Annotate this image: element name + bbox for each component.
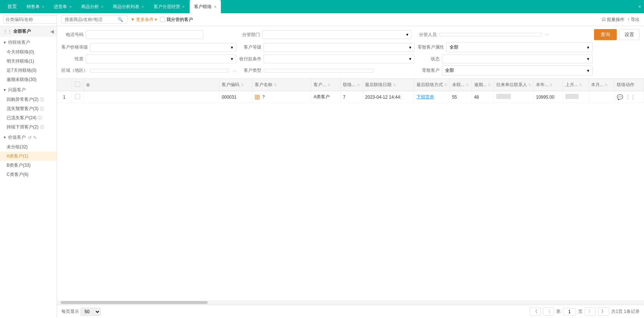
home-tab[interactable]: 首页 [3,3,21,10]
my-customers-checkbox[interactable]: 我分管的客户 [160,17,193,23]
row-checkbox[interactable] [72,91,83,103]
retail-attr-select[interactable]: 全部 ▾ [446,42,593,52]
sidebar-item-churn-warning[interactable]: 流失预警客户(3) ⓘ [0,104,57,113]
dept-select[interactable]: ▾ [262,30,411,39]
customer-type-select[interactable] [264,69,374,73]
col-header-uncontact[interactable]: 未联... ⇅ [450,79,472,91]
batch-ops-button[interactable]: ☑ 批量操作 [602,17,625,23]
col-header-date[interactable]: 最后联络日期 ⇅ [363,79,414,91]
select-all-checkbox[interactable] [75,82,80,87]
sidebar-search-input[interactable] [3,15,57,24]
value-refresh-icon[interactable]: ↺ [28,135,32,140]
tab-product-analysis-list[interactable]: 商品分析列表 × [108,0,148,13]
col-header-type[interactable]: 客户... ⇅ [311,79,341,91]
horizontal-scrollbar[interactable] [57,300,644,305]
region-select[interactable] [90,69,229,73]
my-customers-check-icon[interactable] [160,17,165,22]
col-header-method[interactable]: 最后联络方式 ⇅ [414,79,450,91]
problem-customer-title[interactable]: ▼ 问题客户 [0,85,57,95]
sidebar-item-churned[interactable]: 已流失客户(24) ⓘ [0,113,57,123]
table-gear-icon[interactable]: ⚙ [86,82,90,88]
col-header-overdue[interactable]: 逾期... ⇅ [472,79,494,91]
first-page-button[interactable]: 《 [530,307,541,316]
close-contact-tab[interactable]: × [214,4,216,9]
row-last-method[interactable]: 下销货单 [414,91,450,103]
phone-input[interactable] [86,30,203,39]
sidebar-item-class-a[interactable]: A类客户(1) [0,152,57,161]
sidebar-item-class-c[interactable]: C类客户(6) [0,170,57,179]
col-header-last-month[interactable]: 上月... ⇅ [563,79,589,91]
next-page-button[interactable]: 〉 [585,307,596,316]
more-filter-button[interactable]: ▼ 更多条件 ▾ [130,17,157,23]
col-header-company[interactable]: 往来单位联系人 ⇅ [494,79,533,91]
staff-more-icon[interactable]: ··· [545,32,549,37]
close-all-button[interactable]: × [638,4,641,9]
table-area: ⚙ 客户编码 ⇅ 客户名称 ⇅ 客户... ⇅ [57,79,644,300]
sidebar-item-abnormal-repurchase[interactable]: 回购异常客户(2) ⓘ [0,95,57,104]
filter-row-2: 客户价格等级 ▾ 客户等级 ▾ 零散客户属性 全部 [61,42,640,52]
tab-product-analysis[interactable]: 商品分析 × [77,0,108,13]
payment-label: 收付款条件 [239,56,261,62]
tab-sales-order[interactable]: 销售单 × [22,0,49,13]
col-header-name[interactable]: 客户名称 ⇅ [253,79,311,91]
row-name: ？ [253,91,311,103]
row-check-icon[interactable] [75,94,80,99]
sidebar-all-customers[interactable]: ⋮⋮ 全部客户 ◀ [0,26,57,37]
customer-level-select[interactable]: ▾ [264,43,414,52]
tab-customer-segmentation[interactable]: 客户分层经营 × [149,0,189,13]
region-more-icon[interactable]: ··· [233,68,236,73]
query-button[interactable]: 查询 [594,29,617,40]
search-icon[interactable]: 🔍 [118,17,123,22]
chat-action-icon[interactable]: 💬 [617,94,623,100]
value-edit-icon[interactable]: ✎ [33,135,37,140]
settings-button[interactable]: 设置 [619,29,640,40]
sidebar-collapse-icon[interactable]: ◀ [50,29,54,34]
prev-page-button[interactable]: 〈 [543,307,554,316]
close-purchase-tab[interactable]: × [69,4,71,9]
retail-attr-label: 零散客户属性 [418,44,444,50]
sort-name-icon: ⇅ [274,83,277,87]
tab-purchase-order[interactable]: 进货单 × [49,0,76,13]
sidebar-item-7days[interactable]: 近7天待联络(0) [0,66,57,75]
pending-contact-title[interactable]: ▼ 待联络客户 [0,38,57,47]
filter-status: 状态 ▾ [418,54,593,63]
main-layout: 🔍 ⋮⋮ 全部客户 ◀ ▼ 待联络客户 今天待联络(0) 明天待联络(1) 近7… [0,13,644,318]
close-product-analysis-tab[interactable]: × [101,4,103,9]
staff-select[interactable] [439,33,542,36]
last-page-button[interactable]: 》 [598,307,609,316]
col-header-contact[interactable]: 联络... ⇅ [341,79,363,91]
payment-select[interactable]: ▾ [264,54,414,63]
col-header-code[interactable]: 客户编码 ⇅ [219,79,253,91]
price-level-select[interactable]: ▾ [90,43,236,52]
page-number-input[interactable] [563,308,576,315]
value-customer-title[interactable]: ▼ 价值客户 ↺ ✎ [0,132,57,142]
row-last-date: 2023-04-12 14:44: [363,91,414,103]
status-dropdown-icon: ▾ [587,56,589,61]
more-action-icon[interactable]: ⋮⋮ [625,94,636,100]
company-contact-placeholder [496,94,511,99]
status-select[interactable]: ▾ [442,54,593,63]
top-nav: 首页 销售单 × 进货单 × 商品分析 × 商品分析列表 × 客户分层经营 × … [0,0,644,13]
close-segmentation-tab[interactable]: × [182,4,185,9]
filter-customer-type: 客户类型 [239,67,414,74]
info-icon-0: ⓘ [40,97,44,102]
scrollbar-thumb[interactable] [61,301,208,304]
sidebar-item-ungrouped[interactable]: 未分组(32) [0,142,57,152]
sidebar-item-today[interactable]: 今天待联络(0) [0,47,57,57]
sidebar-item-declining[interactable]: 持续下滑客户(2) ⓘ [0,123,57,132]
page-size-select[interactable]: 50 100 200 [80,308,101,316]
export-button[interactable]: ↑ 导出 [627,17,640,23]
nature-select[interactable]: ▾ [86,54,236,63]
close-sales-tab[interactable]: × [42,4,44,9]
col-header-year[interactable]: 本年... ⇅ [534,79,563,91]
sidebar-item-tomorrow[interactable]: 明天待联络(1) [0,57,57,66]
sidebar-item-class-b[interactable]: B类客户(33) [0,161,57,170]
tab-customer-contact[interactable]: 客户联络 × [190,0,221,13]
col-header-this-month[interactable]: 本月... ⇅ [589,79,615,91]
page-suffix: 页 [578,308,583,315]
sidebar-item-overdue[interactable]: 逾期未联络(30) [0,75,57,84]
retail-customer-select[interactable]: 全部 ▾ [442,66,593,75]
close-product-list-tab[interactable]: × [142,4,144,9]
search-input[interactable] [65,17,116,22]
dept-dropdown-icon: ▾ [406,32,408,37]
